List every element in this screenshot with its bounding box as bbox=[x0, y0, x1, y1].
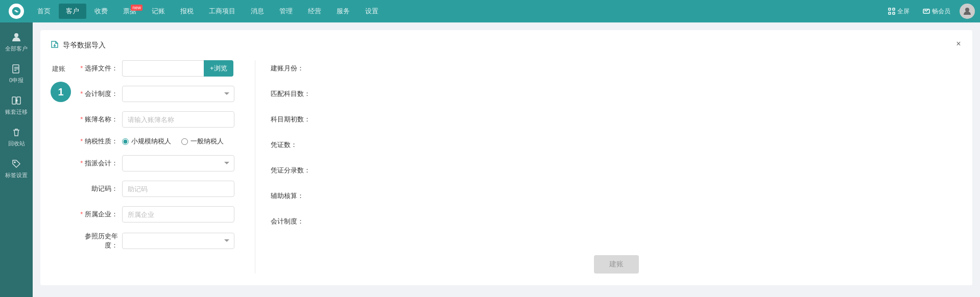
radio-small-scale[interactable] bbox=[122, 138, 129, 145]
sidebar-item-declare-label: 0申报 bbox=[9, 77, 23, 84]
accounting-system-row: 会计制度： bbox=[77, 86, 234, 102]
form-left: 建账 1 选择文件： +浏览 bbox=[51, 60, 234, 274]
svg-point-8 bbox=[14, 33, 18, 37]
assign-accountant-select[interactable] bbox=[122, 155, 234, 171]
vip-label: 畅会员 bbox=[932, 7, 950, 16]
nav-item-fee[interactable]: 收费 bbox=[87, 4, 115, 19]
close-button[interactable]: × bbox=[952, 38, 965, 50]
step-circle: 1 bbox=[51, 82, 71, 102]
top-navigation: 首页 客户 收费 票据 new 记账 报税 工商项目 消息 管理 经营 服务 设… bbox=[0, 0, 980, 22]
reference-year-row: 参照历史年度： bbox=[77, 232, 234, 250]
form-header: 导爷数据导入 bbox=[51, 40, 962, 50]
browse-button[interactable]: +浏览 bbox=[204, 60, 233, 77]
tax-type-row: 纳税性质： 小规模纳税人 一般纳税人 bbox=[77, 137, 234, 146]
form-right: 建账月份： 匹配科目数： 科目期初数： 凭证数： 凭证分录数： 辅助核算： 会计… bbox=[255, 60, 962, 274]
sidebar-item-tag-settings[interactable]: 标签设置 bbox=[1, 154, 32, 183]
match-subjects-label: 匹配科目数： bbox=[271, 86, 962, 102]
user-avatar[interactable] bbox=[960, 4, 975, 19]
reference-year-label: 参照历史年度： bbox=[77, 232, 118, 250]
file-select-label: 选择文件： bbox=[77, 64, 118, 73]
fullscreen-label: 全屏 bbox=[897, 7, 910, 16]
tax-type-general[interactable]: 一般纳税人 bbox=[181, 137, 224, 146]
nav-item-customer[interactable]: 客户 bbox=[59, 4, 86, 19]
sidebar-item-trash[interactable]: 回收站 bbox=[1, 122, 32, 152]
sidebar-item-account-migration-label: 账套迁移 bbox=[5, 108, 28, 116]
nav-item-message[interactable]: 消息 bbox=[244, 4, 271, 19]
file-select-row: 选择文件： +浏览 bbox=[77, 60, 234, 77]
tax-type-small[interactable]: 小规模纳税人 bbox=[122, 137, 171, 146]
sidebar-item-declare[interactable]: 0申报 bbox=[1, 59, 32, 88]
sidebar-item-all-customers[interactable]: 全部客户 bbox=[1, 28, 32, 57]
sidebar-item-account-migration[interactable]: 账套迁移 bbox=[1, 91, 32, 120]
tax-type-label: 纳税性质： bbox=[77, 137, 118, 146]
svg-rect-5 bbox=[893, 12, 895, 14]
right-accounting-system-label: 会计制度： bbox=[271, 213, 962, 230]
fullscreen-button[interactable]: 全屏 bbox=[884, 5, 914, 18]
voucher-entries-label: 凭证分录数： bbox=[271, 162, 962, 179]
file-input[interactable] bbox=[122, 60, 204, 77]
import-icon bbox=[51, 40, 59, 50]
main-layout: 全部客户 0申报 账套迁移 bbox=[0, 22, 980, 297]
step-label: 建账 bbox=[52, 64, 65, 73]
new-badge: new bbox=[131, 5, 142, 11]
svg-rect-13 bbox=[12, 97, 16, 104]
tax-type-radio-group: 小规模纳税人 一般纳税人 bbox=[122, 137, 224, 146]
nav-items: 首页 客户 收费 票据 new 记账 报税 工商项目 消息 管理 经营 服务 设… bbox=[30, 4, 884, 19]
nav-item-invoice[interactable]: 票据 new bbox=[116, 4, 144, 19]
memo-code-label: 助记码： bbox=[77, 184, 118, 193]
ledger-name-label: 账簿名称： bbox=[77, 115, 118, 124]
accounting-system-label: 会计制度： bbox=[77, 89, 118, 98]
ledger-name-row: 账簿名称： bbox=[77, 111, 234, 128]
nav-item-home[interactable]: 首页 bbox=[30, 4, 58, 19]
radio-general-label: 一般纳税人 bbox=[190, 137, 224, 146]
reference-year-select[interactable] bbox=[122, 233, 234, 249]
voucher-count-label: 凭证数： bbox=[271, 137, 962, 153]
nav-right: 全屏 畅会员 bbox=[884, 4, 975, 19]
form-card: 导爷数据导入 × 建账 1 选择文件： bbox=[40, 30, 972, 285]
accounting-system-select[interactable] bbox=[122, 86, 234, 102]
nav-item-accounts[interactable]: 记账 bbox=[145, 4, 172, 19]
file-input-group: +浏览 bbox=[122, 60, 233, 77]
sidebar-item-all-customers-label: 全部客户 bbox=[5, 45, 28, 53]
svg-rect-3 bbox=[893, 8, 895, 10]
belonging-company-row: 所属企业： bbox=[77, 206, 234, 222]
svg-point-1 bbox=[15, 10, 17, 12]
svg-rect-2 bbox=[889, 8, 891, 10]
vip-button[interactable]: 畅会员 bbox=[919, 5, 954, 18]
form-section: 选择文件： +浏览 会计制度： bbox=[77, 60, 234, 259]
sidebar: 全部客户 0申报 账套迁移 bbox=[0, 22, 33, 297]
memo-code-input[interactable] bbox=[122, 181, 234, 197]
svg-point-15 bbox=[14, 162, 15, 163]
belonging-company-label: 所属企业： bbox=[77, 210, 118, 219]
build-button[interactable]: 建账 bbox=[594, 255, 639, 274]
auxiliary-calc-label: 辅助核算： bbox=[271, 188, 962, 204]
nav-item-tax[interactable]: 报税 bbox=[173, 4, 201, 19]
ledger-name-input[interactable] bbox=[122, 111, 234, 128]
radio-small-scale-label: 小规模纳税人 bbox=[131, 137, 171, 146]
app-logo[interactable] bbox=[5, 0, 28, 22]
nav-item-manage[interactable]: 管理 bbox=[272, 4, 300, 19]
build-month-label: 建账月份： bbox=[271, 60, 962, 77]
assign-accountant-label: 指派会计： bbox=[77, 159, 118, 168]
sidebar-item-trash-label: 回收站 bbox=[8, 140, 25, 147]
logo-icon bbox=[9, 4, 24, 19]
nav-item-service[interactable]: 服务 bbox=[329, 4, 357, 19]
nav-item-business[interactable]: 工商项目 bbox=[202, 4, 243, 19]
radio-general-taxpayer[interactable] bbox=[181, 138, 188, 145]
migrate-icon bbox=[11, 95, 22, 106]
tag-icon bbox=[11, 158, 22, 169]
memo-code-row: 助记码： bbox=[77, 181, 234, 197]
form-title: 导爷数据导入 bbox=[63, 41, 106, 50]
trash-icon bbox=[11, 127, 22, 138]
person-icon bbox=[11, 32, 22, 43]
nav-item-settings[interactable]: 设置 bbox=[358, 4, 386, 19]
document-icon bbox=[11, 63, 22, 75]
content-area: 导爷数据导入 × 建账 1 选择文件： bbox=[33, 22, 980, 297]
svg-point-7 bbox=[965, 8, 969, 12]
belonging-company-input[interactable] bbox=[122, 206, 234, 222]
svg-rect-4 bbox=[889, 12, 891, 14]
nav-item-operation[interactable]: 经营 bbox=[301, 4, 328, 19]
subject-initial-label: 科目期初数： bbox=[271, 111, 962, 128]
assign-accountant-row: 指派会计： bbox=[77, 155, 234, 171]
form-body: 建账 1 选择文件： +浏览 bbox=[51, 60, 962, 274]
